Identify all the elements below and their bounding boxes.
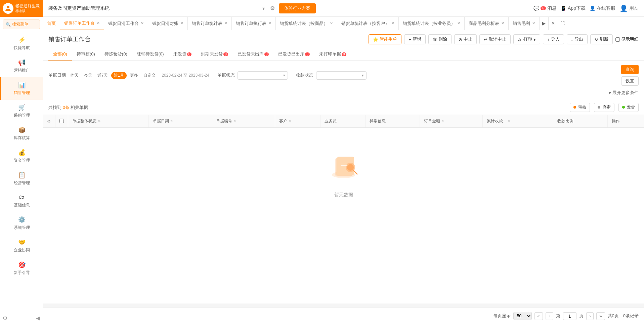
collapse-sidebar-icon[interactable]: ◀ <box>36 315 40 321</box>
query-button[interactable]: 查询 <box>621 65 639 74</box>
app-download-button[interactable]: 📱 App下载 <box>561 5 586 11</box>
message-icon: 💬 <box>533 6 539 11</box>
marketing-icon: 📢 <box>18 59 26 66</box>
date-btn-custom[interactable]: 自定义 <box>141 72 158 79</box>
sort-overall-status[interactable]: 单据整体状态 ⇅ <box>72 118 145 124</box>
online-service-button[interactable]: 👤 在线客服 <box>590 5 615 11</box>
sidebar-item-system[interactable]: ⚙️ 系统管理 <box>0 212 43 235</box>
tab-sales-stat-customer[interactable]: 销货单统计表（按客户） ✕ <box>337 17 399 30</box>
import-button[interactable]: ↑ 导入 <box>543 34 564 44</box>
subtab-wangpu[interactable]: 旺铺待发货(0) <box>132 48 169 60</box>
tab-close-cash-goods[interactable]: ✕ <box>180 21 183 26</box>
subtab-overdue-not-shipped[interactable]: 到期未发货0 <box>196 48 233 60</box>
cancel-stop-button[interactable]: ↩ 取消中止 <box>479 34 511 44</box>
sidebar-item-enterprise[interactable]: 🤝 企业协同 <box>0 235 43 257</box>
subtab-shipped-out[interactable]: 已发货已出库0 <box>273 48 314 60</box>
tab-close-sales-stat-staff[interactable]: ✕ <box>457 21 460 26</box>
expand-filter-button[interactable]: ▾ 展开更多条件 <box>609 90 639 96</box>
cancel-audit-button[interactable]: 弃审 <box>594 103 614 112</box>
tab-close-cash-daily[interactable]: ✕ <box>141 21 144 26</box>
subtab-all[interactable]: 全部(0) <box>48 48 72 60</box>
tab-close-sales-exec[interactable]: ✕ <box>268 21 271 26</box>
sort-number[interactable]: 单据编号 ⇅ <box>216 118 271 124</box>
tab-close-all[interactable]: ✕ <box>549 17 558 30</box>
prev-page-button[interactable]: ‹ <box>546 312 553 320</box>
tab-maximize[interactable]: ⛶ <box>558 17 567 30</box>
tab-close-sales-stats[interactable]: ✕ <box>224 21 227 26</box>
stop-button[interactable]: ⊘ 中止 <box>454 34 477 44</box>
tab-close-sales-workbench[interactable]: ✕ <box>97 21 100 25</box>
date-btn-1month[interactable]: 近1月 <box>111 72 127 79</box>
message-button[interactable]: 💬 6 消息 <box>533 5 557 11</box>
settings-footer-icon[interactable]: ⚙ <box>3 315 7 321</box>
subtab-not-printed[interactable]: 未打印单据0 <box>314 48 351 60</box>
tab-sales-workbench[interactable]: 销售订单工作台 ✕ <box>60 17 104 30</box>
date-btn-7days[interactable]: 近7天 <box>95 72 110 79</box>
refresh-button[interactable]: ↻ 刷新 <box>590 34 613 44</box>
smart-order-button[interactable]: ⭐ 智能生单 <box>369 34 401 44</box>
status-select[interactable] <box>238 71 288 80</box>
tab-cash-goods[interactable]: 钱货日清对账 ✕ <box>148 17 188 30</box>
add-button[interactable]: + 新增 <box>404 34 426 44</box>
tab-sales-more[interactable]: 销售毛利 ✕ <box>509 17 540 30</box>
tab-close-sales-stat-customer[interactable]: ✕ <box>391 21 394 26</box>
last-page-button[interactable]: » <box>596 312 605 320</box>
first-page-button[interactable]: « <box>534 312 543 320</box>
show-detail-checkbox-label[interactable]: 显示明细 <box>615 36 639 42</box>
tab-close-sales-stat-product[interactable]: ✕ <box>330 21 333 26</box>
table-header: ⚙ 单据整体状态 ⇅ 单据日 <box>43 115 644 128</box>
page-size-select[interactable]: 50 10 20 100 <box>513 312 532 320</box>
sort-received[interactable]: 累计收款... ⇅ <box>487 118 549 124</box>
sidebar-item-new-user[interactable]: 🎯 新手引导 <box>0 257 43 280</box>
subtab-pending-review[interactable]: 待审核(0) <box>72 48 100 60</box>
sidebar-item-operations[interactable]: 📋 经营管理 <box>0 167 43 190</box>
subtab-not-shipped[interactable]: 未发货0 <box>169 48 197 60</box>
sidebar-item-inventory[interactable]: 📦 库存核算 <box>0 122 43 145</box>
payment-select[interactable] <box>316 71 367 80</box>
industry-solution-button[interactable]: 体验行业方案 <box>279 3 316 13</box>
sidebar-item-purchase[interactable]: 🛒 采购管理 <box>0 100 43 122</box>
ship-button[interactable]: 发货 <box>618 103 639 112</box>
date-btn-yesterday[interactable]: 昨天 <box>69 72 81 79</box>
tab-sales-exec[interactable]: 销售订单执行表 ✕ <box>232 17 276 30</box>
column-settings-icon[interactable]: ⚙ <box>47 119 51 124</box>
select-all-checkbox[interactable] <box>59 119 64 123</box>
tab-scroll-right[interactable]: ▶ <box>540 17 549 30</box>
sidebar-item-quick-nav[interactable]: ⚡ 快捷导航 <box>0 32 43 55</box>
settings-button[interactable]: 设置 <box>621 76 639 86</box>
search-menu-button[interactable]: 🔍 搜索菜单 <box>3 19 40 29</box>
tab-close-profit-analysis[interactable]: ✕ <box>501 21 504 26</box>
tab-sales-stats[interactable]: 销售订单统计表 ✕ <box>188 17 232 30</box>
sort-amount[interactable]: 订单金额 ⇅ <box>424 118 479 124</box>
delete-button[interactable]: 🗑 删除 <box>428 34 452 44</box>
table-scroll-area[interactable]: ⚙ 单据整体状态 ⇅ 单据日 <box>43 115 644 303</box>
topbar-settings-icon[interactable]: ⚙ <box>270 5 275 11</box>
sidebar-item-basic-info[interactable]: 🗂 基础信息 <box>0 190 43 212</box>
sidebar-item-finance[interactable]: 💰 资金管理 <box>0 145 43 167</box>
next-page-button[interactable]: › <box>586 312 594 320</box>
sidebar-item-marketing[interactable]: 📢 营销推广 <box>0 55 43 77</box>
sort-customer[interactable]: 客户 ⇅ <box>279 118 316 124</box>
date-btn-today[interactable]: 今天 <box>82 72 94 79</box>
page-number-input[interactable] <box>563 312 576 320</box>
horizontal-scrollbar[interactable] <box>43 303 644 308</box>
audit-button[interactable]: 审核 <box>570 103 590 112</box>
sidebar-item-sales[interactable]: 📊 销售管理 <box>0 77 43 100</box>
tab-close-sales-more[interactable]: ✕ <box>532 21 535 26</box>
print-button[interactable]: 🖨 打印 ▾ <box>513 34 540 44</box>
subtab-pending-check[interactable]: 待拣验货(0) <box>100 48 132 60</box>
show-detail-checkbox[interactable] <box>615 37 620 42</box>
tab-sales-stat-staff[interactable]: 销货单统计表（按业务员） ✕ <box>399 17 465 30</box>
export-button[interactable]: ↓ 导出 <box>567 34 588 44</box>
topbar-dropdown-icon[interactable]: ▾ <box>262 6 265 11</box>
tab-sales-stat-product[interactable]: 销货单统计表（按商品） ✕ <box>276 17 337 30</box>
tab-profit-analysis[interactable]: 商品毛利分析表 ✕ <box>465 17 509 30</box>
subtab-shipped-not-out[interactable]: 已发货未出库0 <box>233 48 274 60</box>
tab-home[interactable]: 首页 <box>43 17 60 30</box>
user-avatar-button[interactable]: 👤 用友 <box>619 4 639 12</box>
date-btn-more[interactable]: 更多 <box>128 72 140 79</box>
th-staff: 业务员 <box>320 115 366 128</box>
sub-tab-bar: 全部(0) 待审核(0) 待拣验货(0) 旺铺待发货(0) 未发货0 到期未发货… <box>48 48 639 60</box>
sort-date[interactable]: 单据日期 ⇅ <box>153 118 208 124</box>
tab-cash-daily[interactable]: 钱货日清工作台 ✕ <box>104 17 148 30</box>
